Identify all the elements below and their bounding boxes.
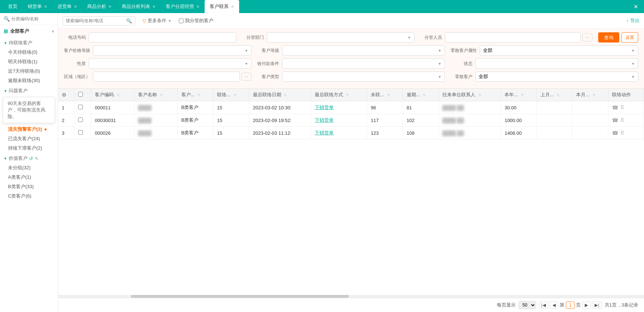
more-conditions-btn[interactable]: ▽ 更多条件 ▼ bbox=[140, 16, 174, 25]
tab-purchase-label: 进货单 bbox=[57, 3, 72, 10]
gear-icon[interactable]: ⚙ bbox=[62, 92, 67, 98]
close-all-tabs[interactable]: ✕ bbox=[631, 3, 641, 10]
zero-attr-select[interactable]: 全部 ▼ bbox=[480, 45, 638, 56]
row-checkbox-input-2[interactable] bbox=[78, 130, 83, 135]
sort-icon-this-year[interactable]: ⇅ bbox=[521, 93, 524, 97]
row-last-method-0[interactable]: 下销货单 bbox=[311, 101, 367, 114]
row-checkbox-input-1[interactable] bbox=[78, 117, 83, 122]
sidebar-search-input[interactable] bbox=[11, 16, 54, 21]
dept-select[interactable]: ▼ bbox=[267, 32, 414, 42]
sidebar-item-overdue[interactable]: 逾期未联络(30) bbox=[0, 76, 58, 85]
row-checkbox-2[interactable] bbox=[75, 127, 91, 139]
person-ellipsis[interactable]: ··· bbox=[582, 33, 592, 41]
search-btn[interactable]: 查询 bbox=[598, 32, 619, 42]
sort-icon-contact-person[interactable]: ⇅ bbox=[478, 93, 481, 97]
filter-icon: ▽ bbox=[142, 18, 146, 24]
payment-select[interactable]: ▼ bbox=[282, 58, 445, 69]
my-customers-checkbox[interactable] bbox=[179, 19, 184, 23]
edit-icon[interactable]: ✎ bbox=[35, 156, 39, 161]
scrollbar-thumb[interactable] bbox=[131, 295, 349, 298]
tab-purchase[interactable]: 进货单 ✕ bbox=[52, 0, 82, 13]
row-checkbox-0[interactable] bbox=[75, 101, 91, 114]
refresh-icon[interactable]: ↺ bbox=[29, 156, 33, 161]
sidebar-item-b-class[interactable]: B类客户(33) bbox=[0, 182, 58, 191]
sidebar-item-churned[interactable]: 已流失客户(24) bbox=[0, 134, 58, 143]
sort-icon-not-contact[interactable]: ⇅ bbox=[387, 93, 390, 97]
row-overdue-0: 81 bbox=[403, 101, 439, 114]
search-box: 🔍 bbox=[63, 16, 135, 25]
area-ellipsis[interactable]: ··· bbox=[241, 73, 251, 81]
zero-cust-value: 全部 bbox=[479, 73, 488, 80]
sidebar-item-a-class[interactable]: A类客户(1) bbox=[0, 173, 58, 182]
prev-page-btn[interactable]: ◀ bbox=[550, 301, 558, 309]
horizontal-scrollbar[interactable] bbox=[58, 295, 644, 298]
tab-sales-close[interactable]: ✕ bbox=[44, 4, 47, 9]
last-method-link-1[interactable]: 下销货单 bbox=[315, 117, 334, 123]
tab-purchase-close[interactable]: ✕ bbox=[74, 4, 77, 9]
tab-customer-segment[interactable]: 客户分层经营 ✕ bbox=[161, 0, 205, 13]
type-select[interactable]: ▼ bbox=[282, 72, 445, 82]
sidebar-item-churn-warning[interactable]: 流失预警客户(3) ● bbox=[0, 125, 58, 134]
action-more-icon-0[interactable]: ⠿ bbox=[620, 105, 624, 110]
sort-icon-type[interactable]: ⇅ bbox=[197, 93, 200, 97]
row-last-method-1[interactable]: 下销货单 bbox=[311, 114, 367, 127]
sidebar-item-tomorrow[interactable]: 明天待联络(1) bbox=[0, 57, 58, 66]
person-input[interactable] bbox=[445, 32, 581, 42]
my-customers-checkbox-label[interactable]: 我分管的客户 bbox=[179, 17, 213, 24]
action-contact-icon-0[interactable]: ☎ bbox=[612, 105, 618, 110]
tab-product-list-close[interactable]: ✕ bbox=[152, 4, 156, 9]
row-actions-1: ☎ ⠿ bbox=[608, 114, 644, 127]
sidebar-item-today[interactable]: 今天待联络(0) bbox=[0, 48, 58, 57]
last-method-link-0[interactable]: 下销货单 bbox=[315, 105, 334, 110]
action-contact-icon-1[interactable]: ☎ bbox=[612, 117, 618, 123]
sidebar-all-customers[interactable]: ⊞ 全部客户 « bbox=[0, 25, 58, 37]
price-grade-select[interactable]: ▼ bbox=[93, 45, 251, 56]
th-this-year: 本年... ⇅ bbox=[501, 89, 537, 101]
tab-home[interactable]: 首页 bbox=[3, 0, 23, 13]
export-btn[interactable]: ↑ 导出 bbox=[627, 17, 640, 24]
sidebar-item-ungrouped[interactable]: 未分组(32) bbox=[0, 163, 58, 173]
sidebar-group-pending[interactable]: ▼ 待联络客户 bbox=[0, 37, 58, 48]
page-size-select[interactable]: 50 bbox=[519, 301, 536, 309]
phone-input[interactable] bbox=[89, 32, 236, 42]
tab-product-analysis-close[interactable]: ✕ bbox=[108, 4, 112, 9]
sidebar-item-c-class[interactable]: C类客户(6) bbox=[0, 191, 58, 201]
last-page-btn[interactable]: ▶| bbox=[592, 301, 601, 309]
sort-icon-overdue[interactable]: ⇅ bbox=[423, 93, 426, 97]
sidebar-item-7days[interactable]: 近7天待联络(0) bbox=[0, 66, 58, 76]
tab-customer-contact-close[interactable]: ✕ bbox=[231, 4, 234, 9]
sidebar-item-declining[interactable]: 持续下滑客户(2) bbox=[0, 143, 58, 153]
zero-cust-select[interactable]: 全部 ▼ bbox=[475, 72, 638, 82]
row-checkbox-1[interactable] bbox=[75, 114, 91, 127]
sort-icon-code[interactable]: ⇅ bbox=[117, 93, 120, 97]
sort-icon-last-date[interactable]: ⇅ bbox=[284, 93, 287, 97]
tab-product-list[interactable]: 商品分析列表 ✕ bbox=[117, 0, 161, 13]
sidebar-group-value[interactable]: ▼ 价值客户 ↺ ✎ bbox=[0, 153, 58, 163]
search-submit-icon[interactable]: 🔍 bbox=[126, 18, 132, 24]
tab-product-analysis[interactable]: 商品分析 ✕ bbox=[82, 0, 117, 13]
sort-icon-this-month[interactable]: ⇅ bbox=[592, 93, 595, 97]
sort-icon-name[interactable]: ⇅ bbox=[160, 93, 163, 97]
area-input[interactable] bbox=[93, 72, 240, 82]
settings-btn[interactable]: 设置 bbox=[621, 32, 638, 42]
next-page-btn[interactable]: ▶ bbox=[582, 301, 591, 309]
sidebar-group-problem[interactable]: ▼ 问题客户 bbox=[0, 85, 58, 96]
action-more-icon-1[interactable]: ⠿ bbox=[620, 117, 624, 123]
sort-icon-last-method[interactable]: ⇅ bbox=[346, 93, 349, 97]
sort-icon-last-month[interactable]: ⇅ bbox=[556, 93, 559, 97]
row-last-method-2[interactable]: 下销货单 bbox=[311, 127, 367, 139]
grade-select[interactable]: ▼ bbox=[282, 45, 445, 56]
last-method-link-2[interactable]: 下销货单 bbox=[315, 130, 334, 135]
first-page-btn[interactable]: |◀ bbox=[539, 301, 548, 309]
row-checkbox-input-0[interactable] bbox=[78, 105, 83, 109]
select-all-checkbox[interactable] bbox=[78, 92, 83, 97]
nature-select[interactable]: ▼ bbox=[89, 58, 251, 69]
search-input[interactable] bbox=[66, 18, 125, 23]
action-contact-icon-2[interactable]: ☎ bbox=[612, 130, 618, 136]
action-more-icon-2[interactable]: ⠿ bbox=[620, 130, 624, 136]
tab-customer-segment-close[interactable]: ✕ bbox=[196, 4, 200, 9]
tab-sales[interactable]: 销货单 ✕ bbox=[23, 0, 52, 13]
tab-customer-contact[interactable]: 客户联系 ✕ bbox=[205, 0, 239, 13]
sort-icon-contact[interactable]: ⇅ bbox=[233, 93, 236, 97]
status-select[interactable]: ▼ bbox=[475, 58, 638, 69]
